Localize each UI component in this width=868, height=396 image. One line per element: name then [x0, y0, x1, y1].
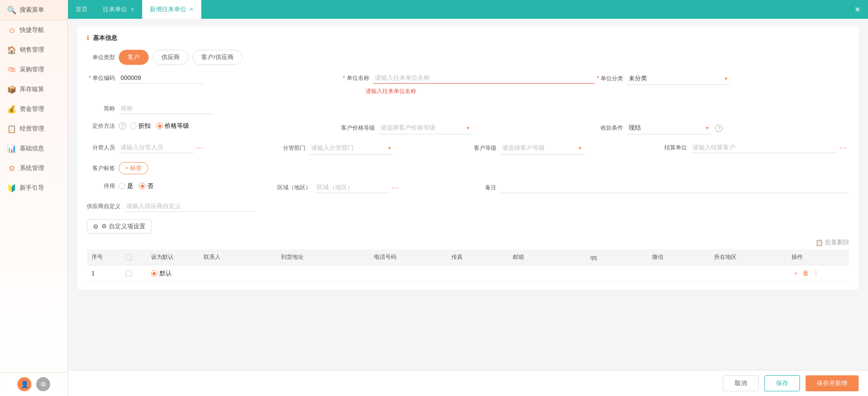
radio-yes-circle: [119, 183, 125, 189]
guide-icon: 🔰: [8, 184, 16, 192]
col-phone: 电话号码: [369, 249, 447, 265]
customer-price-level-select[interactable]: 请选择客户价格等级 ▼: [379, 122, 472, 134]
sales-icon: 🏠: [8, 46, 16, 54]
settlement-unit-more-dots[interactable]: ···: [838, 144, 849, 151]
unit-code-input[interactable]: [119, 72, 203, 84]
region-input[interactable]: [315, 182, 390, 193]
add-tag-button[interactable]: + 标签: [119, 162, 148, 174]
customer-level-chevron: ▼: [578, 146, 583, 151]
pricing-help-icon[interactable]: ?: [119, 122, 126, 130]
remarks-label: 备注: [468, 184, 496, 192]
col-default: 设为默认: [146, 249, 199, 265]
payment-terms-label: 收款条件: [595, 124, 623, 132]
region-more-dots[interactable]: ···: [390, 184, 402, 191]
remarks-input[interactable]: [500, 182, 850, 193]
sidebar-item-purchase[interactable]: 🛍 采购管理: [0, 60, 68, 79]
supplier-custom-field: 供应商自定义: [87, 201, 849, 212]
tab-home[interactable]: 首页: [68, 0, 95, 19]
unit-code-field: 单位编码: [87, 72, 341, 84]
disabled-radio-group: 是 否: [119, 182, 153, 190]
sidebar-settings-icon[interactable]: ⚙: [36, 377, 50, 391]
row-1-qq-input[interactable]: [590, 270, 618, 277]
radio-discount-circle: [130, 123, 137, 129]
row-region-cell[interactable]: [709, 265, 787, 282]
row-1-region-input[interactable]: [714, 270, 752, 277]
custom-settings-button[interactable]: ⚙ ⚙ 自定义项设置: [87, 219, 152, 233]
payment-terms-select[interactable]: 现结 ▼: [627, 122, 711, 134]
btn-both[interactable]: 客户/供应商: [192, 50, 243, 65]
row-1-default-radio[interactable]: 默认: [151, 269, 194, 278]
payment-terms-help-icon[interactable]: ?: [715, 124, 723, 132]
manager-more-dots[interactable]: ···: [194, 144, 206, 151]
row-wechat[interactable]: [647, 265, 709, 282]
department-select[interactable]: 请输入分管部门 ▼: [309, 142, 394, 155]
manager-row: 分管人员 ··· 分管部门 请输入分管部门 ▼ 客户等级: [87, 142, 849, 155]
unit-name-field: 单位名称 请输入往来单位名称: [341, 72, 595, 95]
radio-price-level-circle: [156, 123, 163, 129]
customer-level-select[interactable]: 请选择客户等级 ▼: [500, 142, 585, 155]
unit-category-chevron: ▼: [723, 76, 728, 81]
row-1-fax-input[interactable]: [451, 270, 480, 277]
row-1-default-radio-circle: [151, 270, 158, 277]
row-address[interactable]: [276, 265, 369, 282]
main-close-button[interactable]: ✕: [847, 5, 868, 14]
tab-trading-units-close[interactable]: ✕: [130, 6, 135, 13]
pricing-method-field: 定价方法 ? 折扣 价格等级: [87, 122, 341, 130]
save-button[interactable]: 保存: [764, 375, 800, 391]
unit-name-input[interactable]: [373, 72, 595, 84]
row-1-phone-input[interactable]: [374, 270, 411, 277]
radio-discount[interactable]: 折扣: [130, 122, 151, 130]
pricing-row: 定价方法 ? 折扣 价格等级 客户价格等级: [87, 122, 849, 134]
sidebar-item-guide[interactable]: 🔰 新手引导: [0, 178, 68, 198]
row-1-checkbox[interactable]: [126, 271, 132, 277]
sidebar-user-icon[interactable]: 👤: [17, 377, 31, 391]
sidebar-item-quicknav[interactable]: ⊙ 快捷导航: [0, 20, 68, 40]
tab-trading-units[interactable]: 往来单位 ✕: [95, 0, 142, 19]
row-1-contact-input[interactable]: [204, 270, 241, 277]
sidebar-item-inventory[interactable]: 📦 库存核算: [0, 79, 68, 99]
row-qq[interactable]: [586, 265, 647, 282]
supplier-custom-label: 供应商自定义: [87, 202, 121, 210]
sidebar-item-system[interactable]: ⚙ 系统管理: [0, 158, 68, 178]
row-1-delete-icon[interactable]: 🗑: [801, 269, 810, 277]
row-email[interactable]: [508, 265, 586, 282]
cancel-button[interactable]: 取消: [723, 375, 759, 391]
search-icon: 🔍: [8, 6, 16, 14]
sidebar-item-sales[interactable]: 🏠 销售管理: [0, 40, 68, 60]
disabled-label: 停用: [87, 182, 115, 190]
settlement-unit-wrapper: ···: [691, 142, 849, 153]
customer-tag-row: 客户标签 + 标签: [87, 162, 849, 174]
row-1-wechat-input[interactable]: [652, 270, 680, 277]
row-1-email-input[interactable]: [513, 270, 550, 277]
operations-icon: 📋: [8, 124, 16, 133]
sidebar-item-search[interactable]: 🔍 搜索菜单: [0, 0, 68, 20]
batch-delete-btn[interactable]: 📋 批量删除: [87, 238, 849, 247]
row-fax[interactable]: [447, 265, 509, 282]
unit-category-select[interactable]: 未分类 ▼: [627, 72, 730, 85]
sidebar-item-basics[interactable]: 📊 基础信息: [0, 139, 68, 158]
radio-discount-label: 折扣: [138, 122, 151, 130]
radio-no[interactable]: 否: [139, 182, 153, 190]
supplier-custom-input[interactable]: [124, 201, 256, 212]
radio-price-level[interactable]: 价格等级: [156, 122, 189, 130]
settlement-unit-input[interactable]: [691, 142, 838, 153]
radio-yes[interactable]: 是: [119, 182, 133, 190]
row-1-scroll-icon[interactable]: ⋮: [812, 269, 820, 277]
header-checkbox[interactable]: [126, 254, 132, 260]
sidebar-item-operations[interactable]: 📋 经营管理: [0, 119, 68, 139]
short-name-input[interactable]: [119, 103, 213, 114]
btn-supplier[interactable]: 供应商: [152, 50, 189, 65]
btn-customer[interactable]: 客户: [119, 50, 149, 65]
col-region: 所在地区: [709, 249, 787, 265]
manager-input[interactable]: [119, 142, 194, 153]
row-1-address-input[interactable]: [281, 270, 328, 277]
tab-add-trading-unit[interactable]: 新增往来单位 ✕: [142, 0, 201, 19]
sidebar-bottom: 👤 ⚙: [0, 372, 68, 396]
row-phone[interactable]: [369, 265, 447, 282]
row-1-add-icon[interactable]: ＋: [792, 269, 800, 277]
table-header-row: 序号 设为默认 联系人 到货地址 电话号码 传真 邮箱 qq 微信 所在地区 操…: [87, 249, 849, 265]
sidebar-item-finance[interactable]: 💰 资金管理: [0, 99, 68, 119]
save-new-button[interactable]: 保存并新增: [806, 375, 859, 391]
row-contact[interactable]: [199, 265, 276, 282]
tab-add-trading-unit-close[interactable]: ✕: [189, 6, 194, 13]
